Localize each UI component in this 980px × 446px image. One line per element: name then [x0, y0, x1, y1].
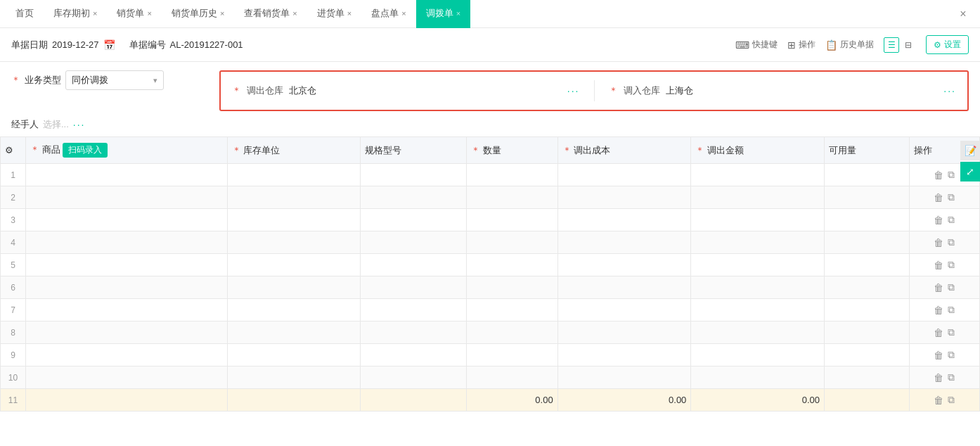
spec-cell-4[interactable]: [361, 231, 467, 254]
cost-cell-4[interactable]: [557, 231, 691, 254]
tab-sales-order[interactable]: 销货单 ×: [107, 0, 161, 28]
unit-cell-3[interactable]: [227, 209, 361, 231]
header-settings[interactable]: ⚙: [1, 137, 26, 164]
copy-icon-6[interactable]: ⧉: [948, 281, 955, 293]
delete-icon-11[interactable]: 🗑: [934, 395, 943, 406]
cost-cell-2[interactable]: [557, 186, 691, 209]
handler-more-button[interactable]: ···: [73, 119, 86, 130]
copy-icon-5[interactable]: ⧉: [948, 259, 955, 271]
handler-select[interactable]: 选择...: [43, 118, 69, 131]
cost-cell-6[interactable]: [557, 276, 691, 299]
delete-icon-8[interactable]: 🗑: [934, 327, 943, 338]
delete-icon-5[interactable]: 🗑: [934, 260, 943, 271]
product-cell-9[interactable]: [26, 344, 228, 367]
copy-icon-4[interactable]: ⧉: [948, 236, 955, 248]
delete-icon-3[interactable]: 🗑: [934, 215, 943, 226]
delete-icon-9[interactable]: 🗑: [934, 350, 943, 361]
delete-icon-6[interactable]: 🗑: [934, 282, 943, 293]
spec-cell-11[interactable]: [361, 389, 467, 412]
spec-cell-10[interactable]: [361, 367, 467, 389]
close-tab-view-sales[interactable]: ×: [292, 9, 297, 18]
cost-cell-5[interactable]: [557, 254, 691, 276]
close-tab-transfer[interactable]: ×: [456, 9, 460, 18]
close-tab-sales[interactable]: ×: [147, 9, 151, 18]
shortcuts-button[interactable]: ⌨ 快捷键: [735, 39, 778, 51]
qty-cell-1[interactable]: [467, 164, 557, 186]
spec-cell-8[interactable]: [361, 321, 467, 344]
product-cell-11[interactable]: [26, 389, 228, 412]
product-cell-2[interactable]: [26, 186, 228, 209]
product-cell-7[interactable]: [26, 299, 228, 321]
warehouse-out-more-button[interactable]: ···: [567, 85, 580, 96]
biz-type-select[interactable]: 同价调拨 ▾: [65, 70, 164, 90]
qty-cell-3[interactable]: [467, 209, 557, 231]
unit-cell-2[interactable]: [227, 186, 361, 209]
unit-cell-11[interactable]: [227, 389, 361, 412]
amount-cell-8[interactable]: [691, 321, 825, 344]
product-cell-1[interactable]: [26, 164, 228, 186]
qty-cell-7[interactable]: [467, 299, 557, 321]
unit-cell-1[interactable]: [227, 164, 361, 186]
copy-icon-11[interactable]: ⧉: [948, 394, 955, 406]
cost-cell-7[interactable]: [557, 299, 691, 321]
copy-icon-7[interactable]: ⧉: [948, 304, 955, 316]
operations-button[interactable]: ⊞ 操作: [787, 39, 815, 51]
cost-cell-10[interactable]: [557, 367, 691, 389]
cost-cell-9[interactable]: [557, 344, 691, 367]
spec-cell-3[interactable]: [361, 209, 467, 231]
qty-cell-9[interactable]: [467, 344, 557, 367]
delete-icon-2[interactable]: 🗑: [934, 192, 943, 203]
tab-inventory-init[interactable]: 库存期初 ×: [44, 0, 107, 28]
close-tab-stocktake[interactable]: ×: [401, 9, 406, 18]
qty-cell-5[interactable]: [467, 254, 557, 276]
amount-cell-5[interactable]: [691, 254, 825, 276]
qty-cell-8[interactable]: [467, 321, 557, 344]
tab-sales-history[interactable]: 销货单历史 ×: [162, 0, 234, 28]
cost-cell-8[interactable]: [557, 321, 691, 344]
view-grid-icon[interactable]: ⊟: [901, 37, 916, 53]
amount-cell-10[interactable]: [691, 367, 825, 389]
product-cell-8[interactable]: [26, 321, 228, 344]
scan-button[interactable]: 扫码录入: [63, 143, 108, 158]
amount-cell-3[interactable]: [691, 209, 825, 231]
delete-icon-7[interactable]: 🗑: [934, 305, 943, 316]
unit-cell-9[interactable]: [227, 344, 361, 367]
amount-cell-6[interactable]: [691, 276, 825, 299]
qty-cell-4[interactable]: [467, 231, 557, 254]
close-tab-inventory-init[interactable]: ×: [93, 9, 97, 18]
product-cell-4[interactable]: [26, 231, 228, 254]
copy-icon-2[interactable]: ⧉: [948, 191, 955, 203]
history-button[interactable]: 📋 历史单据: [825, 39, 874, 51]
delete-icon-4[interactable]: 🗑: [934, 237, 943, 248]
unit-cell-7[interactable]: [227, 299, 361, 321]
tab-stocktake[interactable]: 盘点单 ×: [361, 0, 415, 28]
unit-cell-10[interactable]: [227, 367, 361, 389]
tab-home[interactable]: 首页: [6, 0, 44, 28]
settings-button[interactable]: ⚙ 设置: [926, 35, 969, 54]
tab-view-sales[interactable]: 查看销货单 ×: [234, 0, 307, 28]
amount-cell-7[interactable]: [691, 299, 825, 321]
window-close-button[interactable]: ×: [952, 3, 974, 25]
spec-cell-1[interactable]: [361, 164, 467, 186]
delete-icon-10[interactable]: 🗑: [934, 372, 943, 383]
close-tab-sales-history[interactable]: ×: [220, 9, 224, 18]
spec-cell-7[interactable]: [361, 299, 467, 321]
qty-cell-10[interactable]: [467, 367, 557, 389]
spec-cell-2[interactable]: [361, 186, 467, 209]
view-list-icon[interactable]: ☰: [884, 37, 899, 53]
float-notes-button[interactable]: 📝: [960, 141, 980, 160]
copy-icon-10[interactable]: ⧉: [948, 371, 955, 383]
unit-cell-5[interactable]: [227, 254, 361, 276]
spec-cell-9[interactable]: [361, 344, 467, 367]
amount-cell-2[interactable]: [691, 186, 825, 209]
qty-cell-2[interactable]: [467, 186, 557, 209]
close-tab-purchase[interactable]: ×: [347, 9, 352, 18]
copy-icon-3[interactable]: ⧉: [948, 214, 955, 226]
tab-purchase[interactable]: 进货单 ×: [307, 0, 361, 28]
copy-icon-1[interactable]: ⧉: [948, 169, 955, 181]
calendar-icon[interactable]: 📅: [103, 39, 115, 51]
cost-cell-3[interactable]: [557, 209, 691, 231]
product-cell-3[interactable]: [26, 209, 228, 231]
unit-cell-6[interactable]: [227, 276, 361, 299]
copy-icon-9[interactable]: ⧉: [948, 349, 955, 361]
